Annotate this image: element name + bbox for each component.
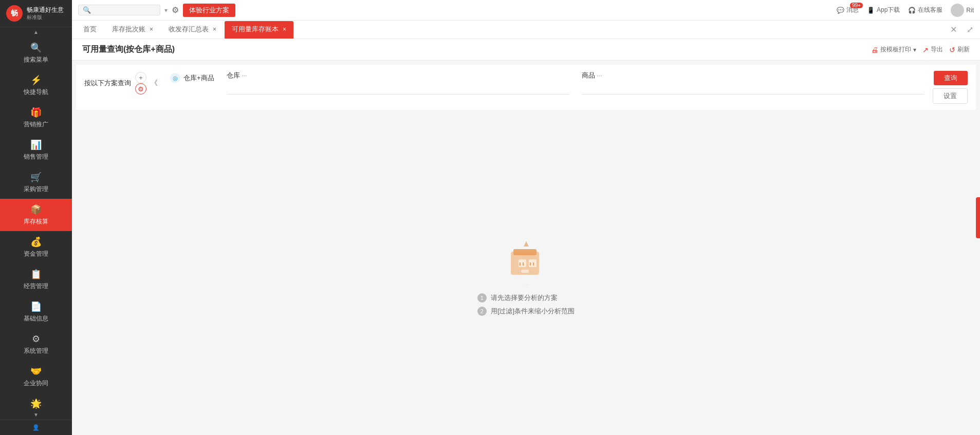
- service-icon: 🎧: [908, 7, 916, 14]
- filter-collapse-button[interactable]: 《: [151, 79, 158, 88]
- warehouse-input[interactable]: [227, 82, 569, 94]
- scheme-icon: ◎: [170, 73, 180, 83]
- guide-icon: 🌟: [30, 398, 42, 409]
- topbar-right: 💬 消息 99+ 📱 App下载 🎧 在线客服 Rit: [837, 4, 974, 17]
- sidebar: 畅 畅康通好生意 标准版 ▲ 🔍搜索菜单⚡快捷导航🎁营销推广📊销售管理🛒采购管理…: [0, 0, 72, 435]
- filter-label-section: 按以下方案查询 + ⚙ 《: [84, 71, 158, 94]
- message-button[interactable]: 💬 消息 99+: [837, 6, 859, 14]
- filter-add-button[interactable]: +: [135, 72, 146, 83]
- message-icon: 💬: [837, 7, 844, 14]
- export-button[interactable]: ↗ 导出: [922, 45, 943, 54]
- search-chevron-icon[interactable]: ▾: [164, 7, 168, 14]
- filter-schemes: ◎ 仓库+商品: [166, 71, 218, 85]
- export-label: 导出: [931, 45, 943, 54]
- logo-title: 畅康通好生意: [27, 6, 64, 14]
- online-service-button[interactable]: 🎧 在线客服: [908, 6, 942, 14]
- sidebar-item-marketing[interactable]: 🎁营销推广: [0, 102, 72, 134]
- filter-field-warehouse: 仓库 ···: [227, 71, 569, 94]
- goods-field-label: 商品 ···: [582, 71, 924, 80]
- filter-fields: 仓库 ··· 商品 ···: [227, 71, 924, 94]
- tip-num-2: 2: [477, 307, 487, 316]
- user-menu-button[interactable]: Rit: [951, 4, 974, 17]
- industry-solution-button[interactable]: 体验行业方案: [183, 4, 235, 17]
- sidebar-scroll-down[interactable]: ▼: [0, 410, 72, 420]
- logo-icon: 畅: [6, 5, 23, 22]
- message-badge: 99+: [850, 3, 863, 8]
- column-settings-button[interactable]: 设置: [933, 88, 968, 104]
- sidebar-label-funds: 资金管理: [24, 250, 48, 258]
- app-icon: 📱: [867, 7, 875, 14]
- tab-close-collect[interactable]: ×: [213, 26, 216, 32]
- print-button[interactable]: 🖨 按模板打印 ▾: [871, 45, 916, 54]
- sidebar-item-sales[interactable]: 📊销售管理: [0, 134, 72, 166]
- sidebar-item-operations[interactable]: 📋经营管理: [0, 263, 72, 296]
- svg-rect-1: [513, 249, 537, 255]
- empty-illustration: ...: [501, 234, 552, 285]
- operations-icon: 📋: [30, 269, 42, 280]
- sidebar-item-search[interactable]: 🔍搜索菜单: [0, 37, 72, 69]
- tab-available[interactable]: 可用量库存账本×: [225, 21, 293, 39]
- search-input[interactable]: [93, 7, 155, 14]
- tab-collect[interactable]: 收发存汇总表×: [161, 21, 224, 39]
- sidebar-item-basic[interactable]: 📄基础信息: [0, 296, 72, 328]
- svg-marker-9: [524, 241, 529, 247]
- warehouse-field-label: 仓库 ···: [227, 71, 569, 80]
- sidebar-item-enterprise[interactable]: 🤝企业协同: [0, 361, 72, 393]
- goods-input[interactable]: [582, 82, 924, 94]
- window-expand-button[interactable]: ⤢: [964, 24, 976, 36]
- sidebar-label-system: 系统管理: [24, 347, 48, 355]
- sidebar-item-shortcut[interactable]: ⚡快捷导航: [0, 69, 72, 102]
- filter-area: 按以下方案查询 + ⚙ 《 ◎ 仓库+商品 仓库 ···: [76, 65, 976, 110]
- topbar-settings-icon[interactable]: ⚙: [172, 5, 179, 15]
- tab-close-batch[interactable]: ×: [150, 26, 153, 32]
- sidebar-item-inventory[interactable]: 📦库存核算: [0, 199, 72, 231]
- empty-tip-2: 2 用[过滤]条件来缩小分析范围: [477, 307, 575, 316]
- print-chevron-icon[interactable]: ▾: [913, 46, 916, 53]
- tab-home[interactable]: 首页: [76, 21, 104, 39]
- empty-tips: 1 请先选择要分析的方案 2 用[过滤]条件来缩小分析范围: [477, 293, 575, 316]
- sidebar-item-purchase[interactable]: 🛒采购管理: [0, 166, 72, 199]
- tip-text-2: 用[过滤]条件来缩小分析范围: [491, 307, 575, 316]
- tab-batch[interactable]: 库存批次账×: [105, 21, 160, 39]
- sidebar-item-guide[interactable]: 🌟新手引导: [0, 393, 72, 410]
- sidebar-item-funds[interactable]: 💰资金管理: [0, 231, 72, 263]
- search-icon: 🔍: [30, 42, 42, 53]
- service-label: 在线客服: [918, 6, 942, 14]
- sidebar-label-search: 搜索菜单: [24, 55, 48, 64]
- logo-text: 畅康通好生意 标准版: [27, 6, 64, 21]
- main-area: 🔍 ▾ ⚙ 体验行业方案 💬 消息 99+ 📱 App下载 🎧 在线客服 Rit: [72, 0, 980, 435]
- topbar-search-box[interactable]: 🔍: [78, 5, 160, 15]
- app-label: App下载: [877, 6, 900, 14]
- purchase-icon: 🛒: [30, 172, 42, 183]
- tabbar: 首页库存批次账×收发存汇总表×可用量库存账本× ✕ ⤢: [72, 21, 980, 39]
- query-button[interactable]: 查询: [934, 71, 968, 85]
- search-icon: 🔍: [83, 6, 91, 14]
- window-close-button[interactable]: ✕: [947, 24, 959, 36]
- marketing-icon: 🎁: [30, 107, 42, 118]
- refresh-button[interactable]: ↺ 刷新: [949, 45, 970, 54]
- sidebar-scroll-up[interactable]: ▲: [0, 27, 72, 37]
- tab-label-collect: 收发存汇总表: [169, 25, 209, 34]
- basic-icon: 📄: [30, 301, 42, 312]
- goods-more-button[interactable]: ···: [597, 72, 602, 79]
- enterprise-icon: 🤝: [30, 366, 42, 377]
- app-download-button[interactable]: 📱 App下载: [867, 6, 900, 14]
- tip-text-1: 请先选择要分析的方案: [491, 293, 558, 302]
- sidebar-label-sales: 销售管理: [24, 153, 48, 161]
- shortcut-icon: ⚡: [30, 74, 42, 86]
- sidebar-label-marketing: 营销推广: [24, 120, 48, 129]
- svg-text:...: ...: [524, 281, 528, 285]
- page-content: 可用量查询(按仓库+商品) 🖨 按模板打印 ▾ ↗ 导出 ↺ 刷新: [72, 39, 980, 435]
- logo-subtitle: 标准版: [27, 14, 64, 21]
- sidebar-label-shortcut: 快捷导航: [24, 88, 48, 97]
- sales-icon: 📊: [30, 139, 42, 150]
- warehouse-more-button[interactable]: ···: [242, 72, 247, 79]
- sidebar-bottom: 👤: [0, 420, 72, 435]
- sidebar-menu: 🔍搜索菜单⚡快捷导航🎁营销推广📊销售管理🛒采购管理📦库存核算💰资金管理📋经营管理…: [0, 37, 72, 410]
- filter-scheme-warehouse-goods[interactable]: ◎ 仓库+商品: [166, 71, 218, 85]
- tab-close-available[interactable]: ×: [283, 26, 286, 32]
- tab-label-home: 首页: [83, 25, 97, 34]
- sidebar-item-system[interactable]: ⚙系统管理: [0, 328, 72, 361]
- sidebar-label-purchase: 采购管理: [24, 185, 48, 194]
- filter-settings-button[interactable]: ⚙: [135, 83, 146, 94]
